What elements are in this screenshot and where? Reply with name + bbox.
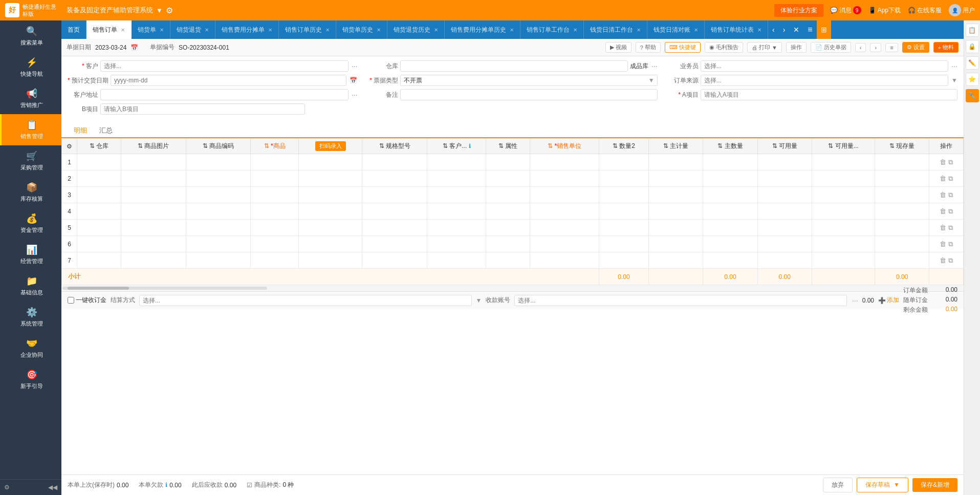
profit-btn[interactable]: ◉ 毛利预告 bbox=[705, 42, 743, 53]
row-3-copy-icon[interactable]: ⧉ bbox=[948, 191, 953, 199]
right-panel-btn-3[interactable]: ✏️ bbox=[966, 56, 979, 70]
app-download-btn[interactable]: 📱 App下载 bbox=[868, 6, 901, 15]
tab-sales-return[interactable]: 销货退货 ✕ bbox=[170, 20, 215, 39]
sidebar-item-operation[interactable]: 📊 经营管理 bbox=[0, 239, 61, 270]
tab-sales-expense[interactable]: 销售费用分摊单 ✕ bbox=[215, 20, 279, 39]
settle-method-input[interactable] bbox=[139, 295, 472, 306]
tab-sales-invoice-history[interactable]: 销货单历史 ✕ bbox=[336, 20, 387, 39]
tab-nav-next[interactable]: › bbox=[779, 20, 790, 39]
sidebar-item-purchase[interactable]: 🛒 采购管理 bbox=[0, 145, 61, 177]
tab-close-sales-invoice-history[interactable]: ✕ bbox=[377, 27, 381, 33]
online-support-btn[interactable]: 🎧 在线客服 bbox=[908, 6, 942, 15]
row-7-delete-icon[interactable]: 🗑 bbox=[940, 256, 946, 265]
tab-close-sales-invoice[interactable]: ✕ bbox=[160, 27, 164, 33]
sidebar-item-search[interactable]: 🔍 搜索菜单 bbox=[0, 20, 61, 52]
account-input[interactable] bbox=[514, 295, 847, 306]
row-2-qty2[interactable] bbox=[599, 170, 648, 187]
print-btn[interactable]: 🖨 打印 ▼ bbox=[747, 42, 782, 53]
tab-close-sales-order[interactable]: ✕ bbox=[121, 27, 125, 33]
warehouse-expand-btn[interactable]: ··· bbox=[651, 62, 658, 70]
operate-btn[interactable]: 操作 bbox=[786, 42, 807, 53]
customer-expand-btn[interactable]: ··· bbox=[352, 62, 358, 70]
tab-nav-prev[interactable]: ‹ bbox=[768, 20, 779, 39]
row-2-delete-icon[interactable]: 🗑 bbox=[940, 175, 946, 183]
address-input[interactable] bbox=[100, 89, 349, 100]
help-btn[interactable]: ? 帮助 bbox=[636, 42, 661, 53]
row-3-delete-icon[interactable]: 🗑 bbox=[940, 191, 946, 199]
row-2-copy-icon[interactable]: ⧉ bbox=[948, 175, 953, 183]
row-2-main-qty[interactable] bbox=[703, 170, 757, 187]
row-6-delete-icon[interactable]: 🗑 bbox=[940, 240, 946, 248]
scan-btn[interactable]: 扫码录入 bbox=[315, 141, 346, 151]
tab-list-btn[interactable]: ≡ bbox=[803, 20, 816, 39]
right-panel-btn-1[interactable]: 📋 bbox=[966, 24, 979, 37]
row-1-qty2[interactable] bbox=[599, 154, 648, 170]
tab-close-sales-summary[interactable]: ✕ bbox=[757, 27, 761, 33]
row-1-copy-icon[interactable]: ⧉ bbox=[948, 158, 953, 166]
sidebar-item-marketing[interactable]: 📢 营销推广 bbox=[0, 83, 61, 114]
row-1-spec[interactable] bbox=[362, 154, 427, 170]
tab-sales-expense-history[interactable]: 销售费用分摊单历史 ✕ bbox=[445, 20, 520, 39]
tab-grid-btn[interactable]: ⊞ bbox=[817, 20, 831, 39]
row-5-copy-icon[interactable]: ⧉ bbox=[948, 224, 953, 232]
address-expand-btn[interactable]: ··· bbox=[352, 91, 358, 99]
row-2-attribute[interactable] bbox=[486, 170, 530, 187]
right-panel-btn-2[interactable]: 🔒 bbox=[966, 40, 979, 53]
sidebar-collapse-btn[interactable]: ◀◀ bbox=[48, 484, 57, 491]
system-title-dropdown[interactable]: ▼ bbox=[156, 7, 163, 14]
video-btn[interactable]: ▶ 视频 bbox=[605, 42, 631, 53]
discard-btn[interactable]: 放弃 bbox=[823, 478, 853, 492]
row-2-code[interactable] bbox=[186, 170, 251, 187]
add-material-btn[interactable]: + 物料 bbox=[933, 42, 959, 53]
message-btn[interactable]: 💬 消息 9 bbox=[830, 6, 861, 15]
sidebar-item-guide[interactable]: 🎯 新手引导 bbox=[0, 364, 61, 395]
tab-close-sales-order-workbench[interactable]: ✕ bbox=[573, 27, 577, 33]
sidebar-item-finance[interactable]: 💰 资金管理 bbox=[0, 208, 61, 239]
salesperson-expand-btn[interactable]: ··· bbox=[951, 62, 957, 70]
tab-close-sales-return[interactable]: ✕ bbox=[205, 27, 209, 33]
warehouse-input[interactable] bbox=[400, 60, 628, 72]
row-1-attribute[interactable] bbox=[486, 154, 530, 170]
tab-sales-summary[interactable]: 销售订单统计表 ✕ bbox=[705, 20, 768, 39]
list-view-btn[interactable]: ≡ bbox=[885, 43, 898, 52]
inner-tab-detail[interactable]: 明细 bbox=[68, 124, 93, 138]
sidebar-item-system[interactable]: ⚙️ 系统管理 bbox=[0, 302, 61, 333]
delivery-date-input[interactable] bbox=[111, 75, 346, 86]
auto-collect-input[interactable] bbox=[68, 297, 74, 304]
tab-home[interactable]: 首页 bbox=[61, 20, 86, 39]
sidebar-item-sales[interactable]: 📋 销售管理 bbox=[0, 114, 61, 145]
tab-close-sales-expense[interactable]: ✕ bbox=[268, 27, 272, 33]
tab-sales-order[interactable]: 销售订单 ✕ bbox=[86, 20, 132, 39]
row-5-delete-icon[interactable]: 🗑 bbox=[940, 224, 946, 232]
tab-sales-order-history[interactable]: 销售订单历史 ✕ bbox=[279, 20, 336, 39]
tab-sales-order-workbench[interactable]: 销售订单工作台 ✕ bbox=[520, 20, 584, 39]
tab-cash-daily-workbench[interactable]: 钱货日清工作台 ✕ bbox=[584, 20, 647, 39]
date-picker-icon[interactable]: 📅 bbox=[350, 77, 357, 84]
customer-input[interactable] bbox=[100, 60, 349, 72]
b-project-input[interactable] bbox=[100, 103, 305, 115]
tab-sales-return-history[interactable]: 销货退货历史 ✕ bbox=[387, 20, 445, 39]
invoice-type-input[interactable] bbox=[400, 75, 657, 86]
th-gear[interactable]: ⚙ bbox=[62, 139, 77, 154]
next-record-btn[interactable]: › bbox=[870, 43, 881, 52]
row-1-customer-code[interactable] bbox=[427, 154, 486, 170]
row-2-sales-unit[interactable] bbox=[530, 170, 599, 187]
right-panel-btn-4[interactable]: ⭐ bbox=[966, 73, 979, 86]
tab-cash-daily-account[interactable]: 钱货日清对账 ✕ bbox=[647, 20, 705, 39]
row-2-customer-code[interactable] bbox=[427, 170, 486, 187]
tab-close-sales-expense-history[interactable]: ✕ bbox=[510, 27, 514, 33]
scroll-track[interactable] bbox=[62, 287, 267, 290]
tab-close-sales-order-history[interactable]: ✕ bbox=[325, 27, 330, 33]
save-new-btn[interactable]: 保存&新增 bbox=[912, 478, 957, 492]
row-4-delete-icon[interactable]: 🗑 bbox=[940, 207, 946, 216]
row-1-sales-unit[interactable] bbox=[530, 154, 599, 170]
current-info-icon[interactable]: ℹ bbox=[165, 482, 167, 488]
tab-close-sales-return-history[interactable]: ✕ bbox=[434, 27, 438, 33]
row-1-product[interactable] bbox=[251, 154, 299, 170]
row-1-warehouse[interactable] bbox=[77, 154, 121, 170]
calendar-icon[interactable]: 📅 bbox=[130, 44, 138, 51]
account-expand-btn[interactable]: ··· bbox=[852, 296, 858, 305]
row-1-main-qty[interactable] bbox=[703, 154, 757, 170]
row-1-delete-icon[interactable]: 🗑 bbox=[940, 158, 946, 166]
solution-btn[interactable]: 体验行业方案 bbox=[774, 4, 824, 17]
